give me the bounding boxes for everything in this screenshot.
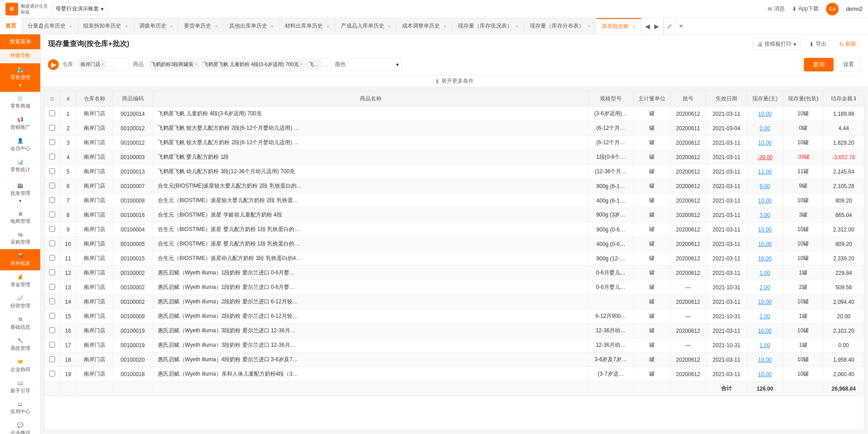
- sidebar-item-basics[interactable]: ⚙ 基础信息: [0, 313, 40, 334]
- close-tab-8[interactable]: ×: [516, 24, 519, 29]
- row-checkbox[interactable]: [45, 193, 60, 208]
- row-qty-main[interactable]: 10.00: [747, 324, 783, 338]
- nav-tab-5[interactable]: 材料出库单历史 ×: [279, 18, 335, 34]
- close-tab-1[interactable]: ×: [125, 24, 127, 29]
- sidebar-item-ecom[interactable]: 🖥 电商管理: [0, 208, 40, 228]
- message-btn[interactable]: ✉ 消息: [768, 5, 785, 13]
- avatar[interactable]: Ea: [826, 3, 839, 15]
- row-checkbox[interactable]: [45, 338, 60, 353]
- close-tab-9[interactable]: ×: [588, 24, 590, 29]
- row-qty-main[interactable]: 11.00: [747, 165, 783, 179]
- row-checkbox[interactable]: [45, 121, 60, 136]
- nav-tab-6[interactable]: 产成品入库单历史 ×: [335, 18, 396, 34]
- row-qty-main[interactable]: 3.00: [747, 208, 783, 222]
- close-tab-6[interactable]: ×: [388, 24, 391, 29]
- nav-maximize-btn[interactable]: ⤢: [664, 18, 675, 34]
- row-checkbox[interactable]: [45, 150, 60, 165]
- row-checkbox[interactable]: [45, 237, 60, 251]
- row-qty-main[interactable]: 10.00: [747, 237, 783, 251]
- product-tag-1[interactable]: 飞鹤星飞帆 儿童奶粉 4段(3-6岁适用) 700克 ×: [201, 60, 305, 69]
- row-qty-main[interactable]: 10.00: [747, 367, 783, 382]
- close-tab-7[interactable]: ×: [443, 24, 446, 29]
- nav-tab-10[interactable]: 库存批次账 ×: [596, 18, 641, 34]
- color-dropdown[interactable]: ▾: [348, 58, 402, 71]
- sidebar-item-wholesale[interactable]: 🏬 批发管理 ▾: [0, 179, 40, 208]
- warehouse-tag-0[interactable]: 南岸门店 ×: [78, 60, 106, 69]
- sidebar-item-quick-nav[interactable]: 快捷导航: [0, 49, 40, 61]
- nav-arrow-right[interactable]: ▶: [652, 22, 661, 31]
- row-qty-main[interactable]: 2.00: [747, 280, 783, 295]
- row-checkbox[interactable]: [45, 136, 60, 150]
- row-checkbox[interactable]: [45, 266, 60, 280]
- row-qty-main[interactable]: 1.00: [747, 338, 783, 353]
- nav-tab-2[interactable]: 调拨单历史 ×: [134, 18, 179, 34]
- row-qty-main[interactable]: 10.00: [747, 107, 783, 121]
- sidebar-item-retail-mall[interactable]: 🛒 零售商城: [0, 92, 40, 113]
- warehouse-tag-close-0[interactable]: ×: [101, 62, 104, 67]
- product-more-btn[interactable]: …: [323, 61, 328, 68]
- row-qty-main[interactable]: 10.00: [747, 222, 783, 237]
- account-dropdown[interactable]: 母婴行业演示账套 ▾: [52, 3, 108, 15]
- row-qty-main[interactable]: 0.00: [747, 121, 783, 136]
- sidebar-item-finance[interactable]: 💰 资金管理: [0, 270, 40, 292]
- close-tab-4[interactable]: ×: [271, 24, 274, 29]
- sidebar-item-operations[interactable]: 📈 经营管理: [0, 292, 40, 313]
- close-tab-2[interactable]: ×: [170, 24, 173, 29]
- btn-query[interactable]: 查询: [804, 58, 834, 71]
- sidebar-item-marketing[interactable]: 📢 营销推广: [0, 113, 40, 134]
- row-qty-main[interactable]: 10.00: [747, 136, 783, 150]
- row-qty-main[interactable]: 10.00: [747, 353, 783, 367]
- row-qty-main[interactable]: 10.00: [747, 193, 783, 208]
- btn-template-print[interactable]: 🖨 按模板打印 ▾: [752, 38, 801, 50]
- row-checkbox[interactable]: [45, 208, 60, 222]
- sidebar-item-appcenter[interactable]: 🗂 应用中心: [0, 398, 40, 419]
- row-qty-main[interactable]: 10.00: [747, 251, 783, 266]
- sidebar-search-btn[interactable]: 搜索菜单: [0, 34, 40, 49]
- sidebar-item-collab[interactable]: 🤝 企业协同: [0, 355, 40, 377]
- nav-tab-3[interactable]: 要货单历史 ×: [179, 18, 223, 34]
- row-qty-main[interactable]: 10.00: [747, 295, 783, 309]
- nav-tab-7[interactable]: 成本调整单历史 ×: [396, 18, 452, 34]
- nav-tab-4[interactable]: 其他出库单历史 ×: [224, 18, 279, 34]
- row-checkbox[interactable]: [45, 353, 60, 367]
- row-checkbox[interactable]: [45, 324, 60, 338]
- sidebar-item-purchase[interactable]: 🛍 采购管理: [0, 228, 40, 249]
- sidebar-item-wechat[interactable]: 💬 企业微信: [0, 419, 40, 434]
- sidebar-item-retail-stats[interactable]: 📊 零售统计: [0, 156, 40, 177]
- settings-icon[interactable]: ⚙: [50, 96, 55, 102]
- btn-settings-filter[interactable]: 设置: [836, 57, 861, 71]
- col-checkbox[interactable]: ⚙: [45, 91, 60, 107]
- sidebar-item-member[interactable]: 👤 会员中心: [0, 134, 40, 156]
- row-qty-main[interactable]: 1.00: [747, 266, 783, 280]
- nav-tab-0[interactable]: 分量盘点单历史 ×: [22, 18, 78, 34]
- row-checkbox[interactable]: [45, 179, 60, 193]
- sidebar-item-inventory[interactable]: 📦 库存核算: [0, 249, 40, 270]
- product-tags[interactable]: 飞鹤奶粉3段两罐装 × 飞鹤星飞帆 儿童奶粉 4段(3-6岁适用) 700克 ×…: [146, 58, 331, 71]
- close-tab-10[interactable]: ×: [632, 24, 635, 29]
- row-checkbox[interactable]: [45, 165, 60, 179]
- product-tag-close-1[interactable]: ×: [300, 62, 302, 67]
- btn-refresh[interactable]: ↻ 刷新: [835, 38, 861, 50]
- btn-export[interactable]: ⬇ 导出: [805, 38, 831, 50]
- close-tab-0[interactable]: ×: [69, 24, 72, 29]
- row-checkbox[interactable]: [45, 367, 60, 382]
- row-qty-main[interactable]: -39.00: [747, 150, 783, 165]
- sidebar-item-retail[interactable]: 🏪 零售管理 ▾: [0, 63, 40, 92]
- expand-conditions-btn[interactable]: ⊻ 展开更多条件: [48, 75, 861, 87]
- filter-expand-btn[interactable]: ▶: [48, 59, 59, 70]
- close-tab-5[interactable]: ×: [326, 24, 329, 29]
- product-tag-more[interactable]: 飞…: [307, 60, 321, 69]
- row-qty-main[interactable]: 1.00: [747, 309, 783, 324]
- sidebar-item-guide[interactable]: 📖 新手引导: [0, 377, 40, 398]
- nav-tab-1[interactable]: 组装拆卸单历史 ×: [78, 18, 133, 34]
- nav-tab-9[interactable]: 现存量（库存分布表） ×: [524, 18, 596, 34]
- nav-arrow-left[interactable]: ◀: [643, 22, 652, 31]
- row-qty-main[interactable]: 9.00: [747, 179, 783, 193]
- app-download-btn[interactable]: ⬇ App下载: [792, 5, 819, 13]
- filter-more-btn[interactable]: …: [108, 61, 113, 68]
- close-tab-3[interactable]: ×: [215, 24, 217, 29]
- row-checkbox[interactable]: [45, 107, 60, 121]
- sidebar-item-system[interactable]: 🔧 系统管理: [0, 334, 40, 355]
- nav-tab-8[interactable]: 现存量（库存状况表） ×: [453, 18, 524, 34]
- nav-tab-home[interactable]: 首页: [0, 18, 22, 34]
